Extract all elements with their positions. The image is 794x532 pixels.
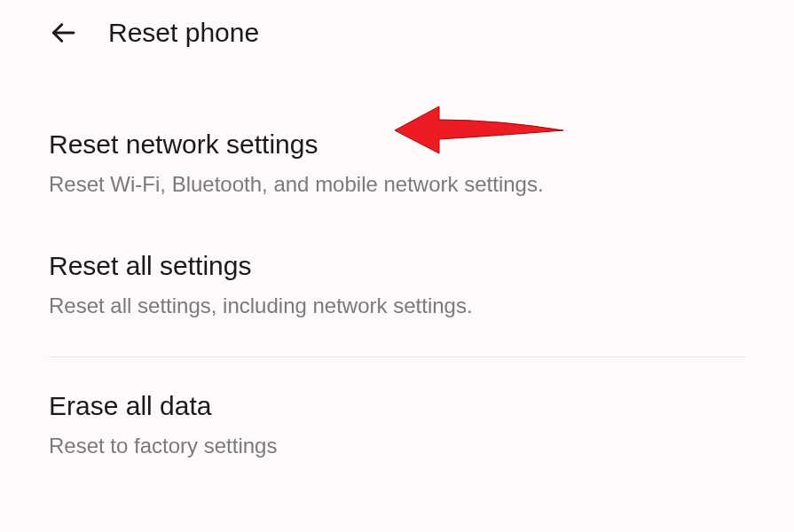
- divider: [49, 356, 745, 357]
- setting-description: Reset all settings, including network se…: [49, 293, 745, 319]
- setting-title: Erase all data: [49, 391, 745, 421]
- setting-description: Reset to factory settings: [49, 434, 745, 459]
- settings-list: Reset network settings Reset Wi-Fi, Blue…: [0, 66, 794, 485]
- setting-title: Reset network settings: [49, 129, 745, 160]
- back-arrow-icon[interactable]: [49, 19, 77, 47]
- erase-all-data-item[interactable]: Erase all data Reset to factory settings: [49, 382, 745, 486]
- header: Reset phone: [0, 0, 794, 66]
- page-title: Reset phone: [108, 18, 259, 48]
- reset-all-settings-item[interactable]: Reset all settings Reset all settings, i…: [49, 224, 745, 346]
- setting-title: Reset all settings: [49, 251, 745, 281]
- setting-description: Reset Wi-Fi, Bluetooth, and mobile netwo…: [49, 172, 745, 198]
- reset-network-settings-item[interactable]: Reset network settings Reset Wi-Fi, Blue…: [49, 66, 745, 224]
